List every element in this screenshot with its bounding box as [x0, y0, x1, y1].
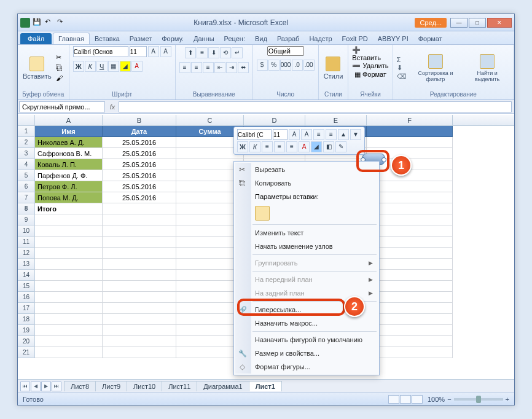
cell[interactable] [103, 237, 176, 248]
tab-review[interactable]: Рецен: [219, 33, 250, 44]
cell[interactable] [367, 126, 453, 137]
mini-fill-color-icon[interactable]: ◢ [311, 141, 322, 152]
mini-font-name[interactable] [237, 129, 272, 140]
cell[interactable]: 25.05.2016 [103, 192, 176, 203]
row-header[interactable]: 18 [18, 314, 35, 325]
context-item-размер-и-свойства[interactable]: Размер и свойства... [235, 347, 378, 360]
zoom-out-icon[interactable]: − [447, 396, 451, 403]
cell[interactable]: Сафронова В. М. [35, 148, 103, 159]
cell[interactable] [35, 325, 103, 336]
cell[interactable]: Парфенов Д. Ф. [35, 170, 103, 181]
row-header[interactable]: 1 [18, 126, 35, 137]
mini-align3-icon[interactable]: ≡ [286, 141, 297, 152]
font-shrink-icon[interactable]: A [160, 46, 171, 57]
cell[interactable] [367, 281, 453, 292]
redo-icon[interactable]: ↷ [57, 18, 67, 28]
cell[interactable] [103, 325, 176, 336]
format-painter-icon[interactable]: 🖌 [55, 74, 65, 84]
col-header-D[interactable]: D [244, 115, 305, 125]
tab-file[interactable]: Файл [20, 33, 52, 44]
tab-view[interactable]: Вид [250, 33, 272, 44]
tab-developer[interactable]: Разраб [272, 33, 305, 44]
mini-style-icon[interactable]: ✎ [335, 141, 346, 152]
row-header[interactable]: 20 [18, 336, 35, 347]
context-item-копировать[interactable]: Копировать [235, 176, 378, 190]
undo-icon[interactable]: ↶ [45, 18, 55, 28]
tab-data[interactable]: Данны [189, 33, 219, 44]
cell[interactable] [35, 303, 103, 314]
mini-bold-icon[interactable]: Ж [237, 141, 248, 152]
tab-foxit[interactable]: Foxit PD [337, 33, 373, 44]
cell[interactable] [103, 347, 176, 358]
sheet-tab[interactable]: Диаграмма1 [197, 381, 249, 391]
cells-format[interactable]: ▦ Формат [354, 71, 386, 79]
comma-icon[interactable]: 000 [280, 60, 291, 71]
paste-button[interactable]: Вставить [22, 55, 53, 81]
row-header[interactable]: 13 [18, 259, 35, 270]
mini-align-left-icon[interactable]: ≡ [313, 129, 324, 140]
tab-insert[interactable]: Вставка [90, 33, 125, 44]
cell[interactable]: Итого [35, 203, 103, 214]
cell[interactable] [35, 314, 103, 325]
minimize-button[interactable]: — [450, 18, 467, 28]
tab-abbyy[interactable]: ABBYY PI [373, 33, 413, 44]
tab-format[interactable]: Формат [413, 33, 447, 44]
view-break-icon[interactable] [412, 395, 423, 404]
wrap-icon[interactable]: ↵ [232, 47, 243, 58]
cell[interactable] [367, 181, 453, 192]
currency-icon[interactable]: $ [257, 60, 268, 71]
align-right-icon[interactable]: ≡ [203, 62, 214, 73]
cell[interactable]: 25.05.2016 [103, 159, 176, 170]
italic-button[interactable]: К [85, 61, 96, 72]
cell[interactable] [367, 203, 453, 214]
cell[interactable] [367, 303, 453, 314]
cell[interactable] [367, 248, 453, 259]
cells-delete[interactable]: ➖ Удалить [352, 62, 388, 70]
col-header-F[interactable]: F [367, 115, 453, 125]
mini-send-back-icon[interactable]: ▼ [350, 129, 361, 140]
cell[interactable] [103, 203, 176, 214]
row-header[interactable]: 10 [18, 225, 35, 237]
find-select-button[interactable]: Найти и выделить [464, 53, 510, 84]
sheet-first-icon[interactable]: ⏮ [20, 382, 30, 391]
cell[interactable] [367, 192, 453, 203]
cell[interactable] [35, 270, 103, 281]
cell[interactable]: Имя [35, 126, 103, 137]
styles-button[interactable]: Стили [323, 55, 345, 81]
align-center-icon[interactable]: ≡ [191, 62, 202, 73]
indent-dec-icon[interactable]: ⇤ [214, 62, 225, 73]
col-header-E[interactable]: E [305, 115, 367, 125]
row-header[interactable]: 15 [18, 281, 35, 292]
select-all-corner[interactable] [18, 115, 35, 125]
row-header[interactable]: 12 [18, 248, 35, 259]
cut-icon[interactable]: ✂ [55, 53, 65, 63]
tab-formulas[interactable]: Форму. [157, 33, 189, 44]
align-bot-icon[interactable]: ⬇ [208, 47, 219, 58]
sheet-tab[interactable]: Лист10 [127, 381, 162, 391]
mini-align-icon[interactable]: ≡ [262, 141, 273, 152]
cell[interactable] [367, 336, 453, 347]
col-header-B[interactable]: B [103, 115, 176, 125]
cell[interactable] [103, 225, 176, 237]
mini-outline-icon[interactable]: ◧ [323, 141, 334, 152]
zoom-level[interactable]: 100% [428, 396, 445, 403]
col-header-C[interactable]: C [176, 115, 244, 125]
dec-dec-icon[interactable]: .00 [303, 60, 315, 71]
border-button[interactable]: ▦ [108, 61, 119, 72]
tab-addins[interactable]: Надстр [304, 33, 337, 44]
align-mid-icon[interactable]: ≡ [197, 47, 208, 58]
save-icon[interactable]: 💾 [33, 18, 42, 28]
underline-button[interactable]: Ч [96, 61, 108, 72]
row-header[interactable]: 21 [18, 347, 35, 358]
mini-italic-icon[interactable]: К [249, 141, 260, 152]
maximize-button[interactable]: □ [469, 18, 486, 28]
cell[interactable] [367, 237, 453, 248]
orient-icon[interactable]: ⟲ [220, 47, 231, 58]
row-header[interactable]: 11 [18, 237, 35, 248]
mini-bring-front-icon[interactable]: ▲ [338, 129, 349, 140]
col-header-A[interactable]: A [35, 115, 103, 125]
mini-shrink-font-icon[interactable]: A [301, 129, 312, 140]
row-header[interactable]: 8 [18, 203, 35, 214]
row-header[interactable]: 16 [18, 292, 35, 303]
row-header[interactable]: 2 [18, 137, 35, 148]
